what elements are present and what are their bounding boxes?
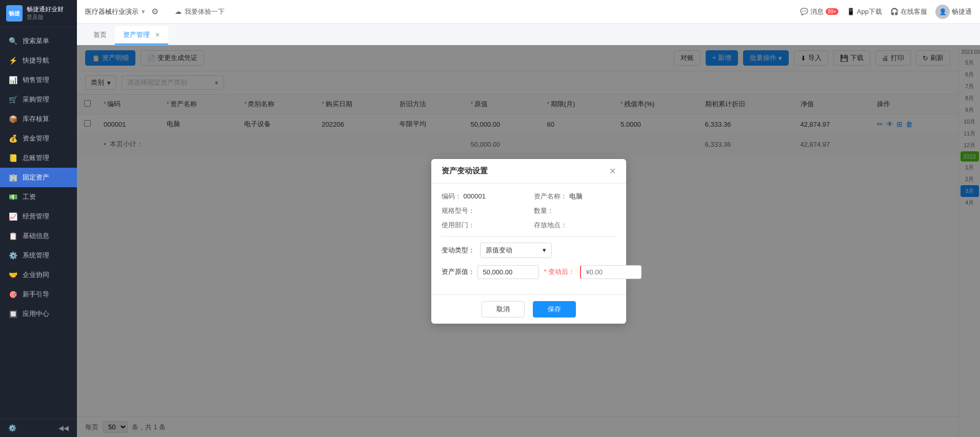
modal-header: 资产变动设置 ✕ [431,159,626,184]
modal-asset-name-value: 电脑 [569,192,583,201]
modal-change-type-row: 变动类型： 原值变动 ▾ [442,243,616,258]
sidebar-item-label: 销售管理 [23,75,49,85]
sidebar-item-label: 工资 [23,192,36,202]
modal-divider [442,236,616,236]
cancel-button[interactable]: 取消 [482,301,525,317]
modal-asset-name-field: 资产名称： 电脑 [534,192,616,201]
collapse-icon[interactable]: ◀◀ [58,424,69,432]
quick-nav-icon: ⚡ [8,56,17,65]
sidebar: 畅捷 畅捷通好业财 普及版 🔍 搜索菜单 ⚡ 快捷导航 📊 销售管理 🛒 采购管… [0,0,77,437]
change-type-dropdown-icon: ▾ [543,246,546,254]
modal-asset-value-row: 资产原值： 50,000.00 * 变动后： [442,265,616,279]
system-icon: ⚙️ [8,251,17,260]
sidebar-item-label: 采购管理 [23,95,49,104]
sidebar-item-operations[interactable]: 📈 经营管理 [0,207,77,226]
sidebar-item-purchase[interactable]: 🛒 采购管理 [0,90,77,109]
tab-home[interactable]: 首页 [85,26,115,45]
change-type-label: 变动类型： [442,246,475,255]
sidebar-item-enterprise[interactable]: 🤝 企业协同 [0,265,77,285]
modal-body: 编码： 000001 资产名称： 电脑 规格型号： [431,184,626,294]
ledger-icon: 📒 [8,153,17,163]
sidebar-item-label: 搜索菜单 [23,36,49,46]
enterprise-icon: 🤝 [8,270,17,280]
modal-close-btn[interactable]: ✕ [609,166,616,176]
modal-footer: 取消 保存 [431,294,626,324]
app-subtitle: 普及版 [27,13,64,21]
save-button[interactable]: 保存 [533,301,576,317]
modal-dept-field: 使用部门： [442,221,524,230]
sales-icon: 📊 [8,75,17,85]
sidebar-item-quick-nav[interactable]: ⚡ 快捷导航 [0,51,77,70]
change-type-select[interactable]: 原值变动 ▾ [480,243,552,258]
message-icon: 💬 [800,8,808,15]
sidebar-item-label: 新手引导 [23,290,49,299]
app-download-btn[interactable]: 📱 App下载 [847,7,882,16]
download-icon: 📱 [847,8,855,15]
modal-info-row-1: 编码： 000001 资产名称： 电脑 [442,192,616,201]
company-name: 医疗器械行业演示 [85,7,138,16]
company-selector[interactable]: 医疗器械行业演示 ▾ [85,7,145,16]
modal-title: 资产变动设置 [442,166,488,176]
basic-info-icon: 📋 [8,231,17,241]
modal-location-field: 存放地点： [534,221,616,230]
experience-btn[interactable]: ☁ 我要体验一下 [175,7,225,16]
sidebar-footer: ⚙️ ◀◀ [0,419,77,437]
sidebar-item-label: 经营管理 [23,212,49,221]
modal-overlay: 资产变动设置 ✕ 编码： 000001 资产名称： 电脑 [77,45,980,437]
after-change-input[interactable] [580,265,642,279]
sidebar-item-label: 库存核算 [23,114,49,124]
sidebar-item-label: 总账管理 [23,153,49,163]
modal-code-value: 000001 [464,192,486,200]
tabbar: 首页 资产管理 ✕ [77,24,980,45]
fixed-assets-icon: 🏢 [8,173,17,182]
experience-icon: ☁ [175,8,182,15]
sidebar-item-finance[interactable]: 💰 资金管理 [0,129,77,148]
sidebar-item-ledger[interactable]: 📒 总账管理 [0,148,77,168]
message-btn[interactable]: 💬 消息 99+ [800,7,838,16]
sidebar-item-fixed-assets[interactable]: 🏢 固定资产 [0,168,77,187]
finance-icon: 💰 [8,134,17,143]
after-change-label: * 变动后： [544,267,575,276]
topbar: 医疗器械行业演示 ▾ ⚙ ☁ 我要体验一下 💬 消息 99+ 📱 App下载 🎧… [77,0,980,24]
sidebar-item-system[interactable]: ⚙️ 系统管理 [0,246,77,265]
sidebar-item-label: 应用中心 [23,309,49,319]
sidebar-item-label: 固定资产 [23,173,49,182]
sidebar-item-label: 系统管理 [23,251,49,260]
asset-change-modal: 资产变动设置 ✕ 编码： 000001 资产名称： 电脑 [431,159,626,324]
sidebar-item-basic-info[interactable]: 📋 基础信息 [0,226,77,246]
modal-info-row-2: 规格型号： 数量： [442,206,616,215]
sidebar-item-label: 基础信息 [23,231,49,241]
sidebar-item-app-center[interactable]: 🔲 应用中心 [0,304,77,324]
sidebar-item-search[interactable]: 🔍 搜索菜单 [0,31,77,51]
guide-icon: 🎯 [8,290,17,299]
modal-code-field: 编码： 000001 [442,192,524,201]
app-title: 畅捷通好业财 [27,6,64,14]
inventory-icon: 📦 [8,114,17,124]
sidebar-item-label: 快捷导航 [23,56,49,65]
topbar-right: 💬 消息 99+ 📱 App下载 🎧 在线客服 👤 畅捷通 [800,5,972,19]
salary-icon: 💵 [8,192,17,202]
customer-service-btn[interactable]: 🎧 在线客服 [890,7,927,16]
modal-info-row-3: 使用部门： 存放地点： [442,221,616,230]
company-dropdown-icon: ▾ [142,8,145,15]
settings-gear-icon[interactable]: ⚙ [151,7,158,16]
sidebar-item-salary[interactable]: 💵 工资 [0,187,77,207]
modal-spec-field: 规格型号： [442,206,524,215]
app-logo: 畅捷 [6,5,23,22]
sidebar-nav: 🔍 搜索菜单 ⚡ 快捷导航 📊 销售管理 🛒 采购管理 📦 库存核算 💰 资金管… [0,27,77,419]
tab-close-icon[interactable]: ✕ [155,31,160,38]
sidebar-item-label: 企业协同 [23,270,49,280]
settings-icon[interactable]: ⚙️ [8,424,16,432]
search-icon: 🔍 [8,36,17,46]
sidebar-item-inventory[interactable]: 📦 库存核算 [0,109,77,129]
headset-icon: 🎧 [890,8,898,15]
modal-quantity-field: 数量： [534,206,616,215]
purchase-icon: 🛒 [8,95,17,104]
tab-asset-management[interactable]: 资产管理 ✕ [115,26,168,45]
sidebar-item-guide[interactable]: 🎯 新手引导 [0,285,77,304]
asset-value-label: 资产原值： [442,267,472,276]
app-center-icon: 🔲 [8,309,17,319]
sidebar-item-sales[interactable]: 📊 销售管理 [0,70,77,90]
content-area: 📋 资产明细 📄 变更生成凭证 对账 + 新增 批量操作 ▾ [77,45,980,437]
user-menu[interactable]: 👤 畅捷通 [935,5,972,19]
